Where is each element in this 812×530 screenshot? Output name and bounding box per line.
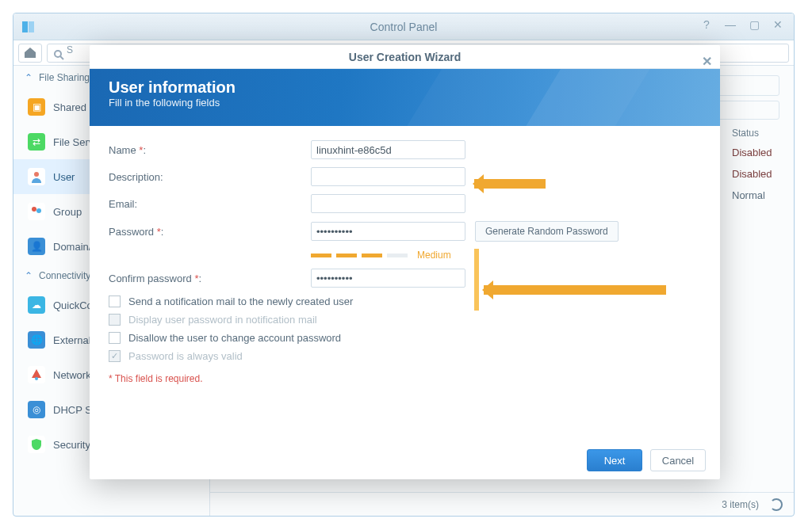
modal-title: User Creation Wizard bbox=[349, 51, 461, 63]
description-input[interactable] bbox=[311, 167, 465, 186]
email-input[interactable] bbox=[311, 194, 465, 213]
home-icon bbox=[23, 46, 37, 60]
next-button[interactable]: Next bbox=[587, 449, 642, 471]
password-input[interactable] bbox=[311, 222, 465, 241]
status-bar: 3 item(s) bbox=[210, 492, 794, 516]
window-title: Control Panel bbox=[370, 21, 438, 33]
label-description: Description: bbox=[109, 171, 311, 183]
svg-point-4 bbox=[34, 172, 39, 177]
checkbox-notify-mail[interactable]: Send a notification mail to the newly cr… bbox=[109, 296, 701, 307]
user-creation-wizard: User Creation Wizard ✕ User information … bbox=[90, 45, 720, 479]
required-note: * This field is required. bbox=[109, 373, 701, 384]
label-email: Email: bbox=[109, 198, 311, 210]
modal-banner: User information Fill in the following f… bbox=[90, 69, 720, 126]
titlebar: Control Panel ? — ▢ ✕ bbox=[13, 13, 794, 40]
highlight-bar bbox=[474, 249, 479, 311]
globe-icon: 🌐 bbox=[28, 331, 45, 349]
item-count: 3 item(s) bbox=[722, 499, 759, 510]
network-icon bbox=[28, 366, 45, 383]
modal-body: Name *: Description: Email: Password *: … bbox=[90, 126, 720, 389]
password-strength-meter: Medium bbox=[311, 250, 701, 261]
checkbox-icon bbox=[109, 332, 121, 344]
maximize-icon[interactable]: ▢ bbox=[743, 15, 765, 34]
label-confirm-password: Confirm password *: bbox=[109, 273, 311, 284]
label-password: Password *: bbox=[109, 226, 311, 238]
col-status[interactable]: Status bbox=[732, 128, 759, 139]
checkbox-always-valid: Password is always valid bbox=[109, 350, 701, 362]
annotation-arrow bbox=[474, 179, 546, 189]
checkbox-icon bbox=[109, 296, 121, 307]
strength-label: Medium bbox=[417, 250, 451, 261]
search-icon bbox=[52, 48, 67, 63]
folder-icon: ▣ bbox=[28, 98, 45, 116]
close-window-icon[interactable]: ✕ bbox=[767, 15, 789, 34]
checkbox-icon bbox=[109, 314, 121, 326]
svg-point-6 bbox=[36, 208, 41, 213]
banner-subtext: Fill in the following fields bbox=[109, 97, 701, 109]
refresh-icon[interactable] bbox=[770, 498, 783, 511]
search-text: S bbox=[67, 44, 73, 55]
domain-icon: 👤 bbox=[28, 238, 45, 255]
svg-point-2 bbox=[55, 51, 61, 57]
svg-point-5 bbox=[32, 207, 36, 212]
checkbox-display-password: Display user password in notification ma… bbox=[109, 314, 701, 326]
svg-rect-1 bbox=[29, 21, 34, 32]
modal-titlebar: User Creation Wizard ✕ bbox=[90, 45, 720, 69]
name-input[interactable] bbox=[311, 140, 465, 159]
confirm-password-input[interactable] bbox=[311, 269, 465, 288]
svg-point-7 bbox=[35, 377, 38, 380]
app-icon bbox=[21, 20, 36, 34]
cancel-button[interactable]: Cancel bbox=[650, 449, 706, 471]
svg-rect-0 bbox=[22, 21, 28, 32]
svg-line-3 bbox=[60, 56, 63, 59]
annotation-arrow bbox=[484, 285, 666, 295]
chevron-up-icon: ⌃ bbox=[25, 270, 33, 281]
cloud-icon: ☁ bbox=[28, 296, 45, 314]
minimize-icon[interactable]: — bbox=[719, 15, 741, 34]
dhcp-icon: ◎ bbox=[28, 401, 45, 418]
generate-password-button[interactable]: Generate Random Password bbox=[475, 221, 619, 242]
home-button[interactable] bbox=[18, 44, 42, 63]
shield-icon bbox=[28, 436, 45, 453]
file-services-icon: ⇄ bbox=[28, 133, 45, 151]
group-icon bbox=[28, 203, 45, 220]
modal-footer: Next Cancel bbox=[90, 441, 720, 479]
chevron-up-icon: ⌃ bbox=[25, 72, 33, 83]
help-icon[interactable]: ? bbox=[695, 15, 718, 34]
checkbox-icon bbox=[109, 350, 121, 362]
label-name: Name *: bbox=[109, 144, 311, 156]
user-icon bbox=[28, 168, 45, 185]
checkbox-disallow-change[interactable]: Disallow the user to change account pass… bbox=[109, 332, 701, 344]
